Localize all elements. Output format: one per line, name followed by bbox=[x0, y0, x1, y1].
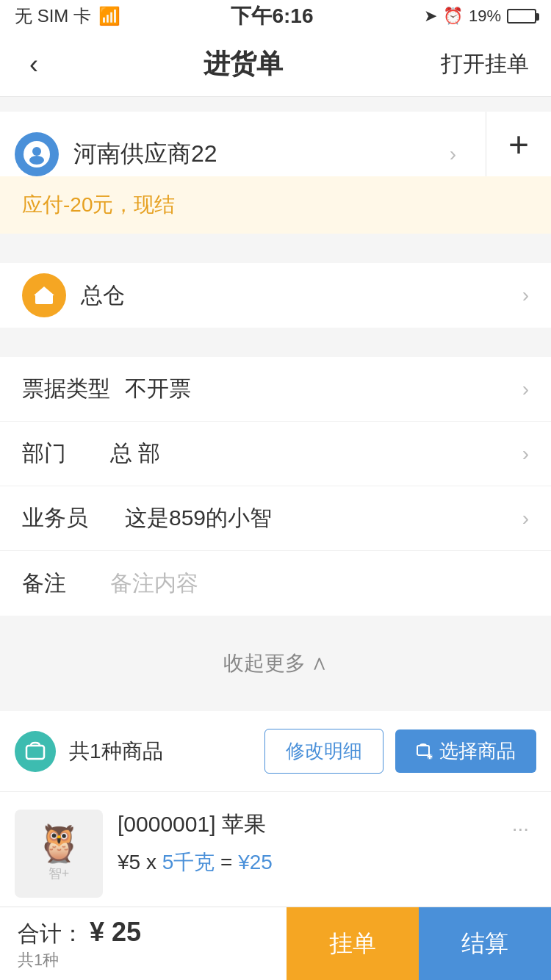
form-section: 票据类型 不开票 › 部门 总 部 › 业务员 这是859的小智 › 备注 备注… bbox=[0, 357, 551, 616]
divider-1 bbox=[0, 234, 551, 248]
svg-point-1 bbox=[29, 156, 44, 165]
collapse-bar[interactable]: 收起更多 ∧ bbox=[0, 630, 551, 696]
salesman-label: 业务员 bbox=[22, 503, 125, 533]
product-thumbnail: 🦉 智+ bbox=[15, 810, 103, 898]
product-qty: 5千克 bbox=[162, 851, 215, 873]
total-label-text: 合计： bbox=[18, 919, 84, 949]
remark-label: 备注 bbox=[22, 569, 110, 599]
warehouse-chevron-icon: › bbox=[522, 284, 529, 307]
multiply-sign: x bbox=[146, 851, 156, 873]
product-item: 🦉 智+ [0000001] 苹果 ¥5 x 5千克 = ¥25 ··· bbox=[0, 792, 551, 915]
dept-value: 总 部 bbox=[110, 439, 522, 469]
product-name: [0000001] 苹果 bbox=[118, 810, 505, 840]
add-supplier-button[interactable]: + bbox=[486, 112, 551, 176]
product-header: 共1种商品 修改明细 选择商品 bbox=[0, 711, 551, 792]
balance-notice: 应付-20元，现结 bbox=[0, 176, 551, 234]
select-product-label: 选择商品 bbox=[439, 738, 516, 764]
salesman-value: 这是859的小智 bbox=[125, 503, 522, 533]
total-label: 合计： ¥ 25 bbox=[18, 917, 269, 949]
product-price: ¥5 x 5千克 = ¥25 bbox=[118, 849, 505, 876]
location-icon: ➤ bbox=[424, 7, 437, 26]
bottom-bar: 合计： ¥ 25 共1种 挂单 结算 bbox=[0, 907, 551, 980]
status-time: 下午6:16 bbox=[231, 2, 313, 30]
invoice-label: 票据类型 bbox=[22, 374, 125, 404]
supplier-chevron-icon: › bbox=[450, 143, 456, 166]
edit-detail-button[interactable]: 修改明细 bbox=[264, 729, 383, 774]
product-title: 苹果 bbox=[222, 812, 266, 836]
invoice-chevron-icon: › bbox=[522, 378, 529, 401]
collapse-label: 收起更多 ∧ bbox=[223, 652, 328, 674]
total-amount: ¥ 25 bbox=[90, 917, 141, 948]
salesman-chevron-icon: › bbox=[522, 507, 529, 530]
battery-icon bbox=[507, 9, 536, 24]
product-info: [0000001] 苹果 ¥5 x 5千克 = ¥25 bbox=[118, 810, 505, 876]
supplier-name: 河南供应商22 bbox=[73, 138, 450, 170]
checkout-button[interactable]: 结算 bbox=[419, 907, 551, 980]
total-section: 合计： ¥ 25 共1种 bbox=[0, 907, 287, 980]
open-pending-button[interactable]: 打开挂单 bbox=[441, 49, 529, 79]
remark-row[interactable]: 备注 备注内容 bbox=[0, 551, 551, 616]
status-left: 无 SIM 卡 📶 bbox=[15, 4, 120, 28]
nav-bar: ‹ 进货单 打开挂单 bbox=[0, 32, 551, 97]
back-button[interactable]: ‹ bbox=[22, 42, 46, 87]
product-icon bbox=[15, 731, 56, 772]
supplier-left[interactable]: 河南供应商22 › bbox=[0, 112, 486, 176]
warehouse-icon bbox=[22, 273, 66, 317]
status-right: ➤ ⏰ 19% bbox=[424, 7, 536, 26]
product-section: 共1种商品 修改明细 选择商品 🦉 智+ [0000001] 苹果 bbox=[0, 711, 551, 915]
invoice-value: 不开票 bbox=[125, 374, 522, 404]
svg-rect-5 bbox=[417, 746, 429, 755]
equals-sign: = bbox=[220, 851, 232, 873]
hang-button[interactable]: 挂单 bbox=[287, 907, 419, 980]
select-product-button[interactable]: 选择商品 bbox=[395, 729, 536, 773]
warehouse-name: 总仓 bbox=[81, 281, 522, 311]
supplier-section: 河南供应商22 › + bbox=[0, 112, 551, 176]
remark-input[interactable]: 备注内容 bbox=[110, 569, 529, 599]
avatar bbox=[15, 132, 59, 176]
warehouse-row[interactable]: 总仓 › bbox=[0, 263, 551, 328]
product-count: 共1种商品 bbox=[69, 738, 264, 765]
price-unit: ¥5 bbox=[118, 851, 140, 873]
product-total: ¥25 bbox=[238, 851, 273, 873]
salesman-row[interactable]: 业务员 这是859的小智 › bbox=[0, 486, 551, 551]
dept-row[interactable]: 部门 总 部 › bbox=[0, 422, 551, 486]
divider-top bbox=[0, 97, 551, 112]
total-sub: 共1种 bbox=[18, 949, 269, 971]
svg-rect-4 bbox=[26, 746, 44, 759]
carrier-label: 无 SIM 卡 bbox=[15, 4, 91, 28]
status-bar: 无 SIM 卡 📶 下午6:16 ➤ ⏰ 19% bbox=[0, 0, 551, 32]
wifi-icon: 📶 bbox=[98, 6, 120, 26]
svg-marker-3 bbox=[34, 287, 54, 295]
page-title: 进货单 bbox=[204, 46, 283, 82]
dept-label: 部门 bbox=[22, 439, 110, 469]
more-options-button[interactable]: ··· bbox=[505, 810, 536, 848]
invoice-row[interactable]: 票据类型 不开票 › bbox=[0, 357, 551, 422]
alarm-icon: ⏰ bbox=[443, 7, 463, 26]
product-code: [0000001] bbox=[118, 812, 215, 836]
svg-rect-2 bbox=[35, 294, 53, 304]
battery-percent: 19% bbox=[469, 7, 501, 26]
svg-point-0 bbox=[32, 147, 41, 156]
divider-2 bbox=[0, 328, 551, 342]
dept-chevron-icon: › bbox=[522, 442, 529, 466]
